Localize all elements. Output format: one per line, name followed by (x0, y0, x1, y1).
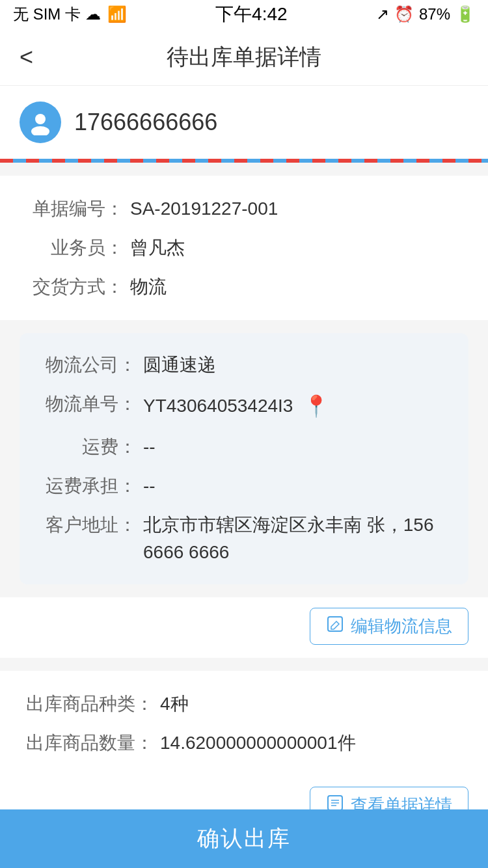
user-phone: 17666666666 (74, 109, 217, 136)
alarm-icon: ⏰ (394, 5, 414, 23)
address-label: 客户地址： (39, 511, 143, 539)
goods-types-row: 出库商品种类： 4种 (26, 690, 462, 718)
confirm-btn-label: 确认出库 (197, 824, 291, 854)
user-card: 17666666666 (0, 86, 488, 159)
goods-quantity-value: 14.620000000000001件 (160, 729, 462, 757)
sim-status: 无 SIM 卡 ☁ (13, 4, 101, 25)
back-button[interactable]: < (20, 44, 59, 71)
address-row: 客户地址： 北京市市辖区海淀区永丰南 张，156 6666 6666 (39, 511, 449, 566)
freight-bearer-row: 运费承担： -- (39, 472, 449, 500)
battery-icon: 🔋 (455, 5, 475, 23)
goods-types-label: 出库商品种类： (26, 690, 160, 718)
edit-btn-label: 编辑物流信息 (351, 615, 452, 638)
goods-types-value: 4种 (160, 690, 462, 718)
order-no-value: SA-20191227-001 (130, 195, 462, 223)
page-title: 待出库单据详情 (59, 42, 429, 72)
dashed-divider (0, 159, 488, 163)
status-left: 无 SIM 卡 ☁ 📶 (13, 4, 127, 25)
salesman-value: 曾凡杰 (130, 234, 462, 262)
company-value: 圆通速递 (143, 351, 449, 379)
logistics-section: 物流公司： 圆通速递 物流单号： YT43064053424I3 📍 运费： -… (20, 333, 468, 584)
address-value: 北京市市辖区海淀区永丰南 张，156 6666 6666 (143, 511, 449, 566)
nav-bar: < 待出库单据详情 (0, 29, 488, 86)
battery-level: 87% (419, 5, 450, 23)
map-pin-icon[interactable]: 📍 (303, 390, 329, 422)
company-label: 物流公司： (39, 351, 143, 379)
goods-quantity-label: 出库商品数量： (26, 729, 160, 757)
edit-btn-row: 编辑物流信息 (0, 597, 488, 658)
freight-bearer-label: 运费承担： (39, 472, 143, 500)
svg-point-0 (35, 114, 46, 124)
order-no-row: 单据编号： SA-20191227-001 (26, 195, 462, 223)
status-time: 下午4:42 (215, 2, 288, 27)
edit-icon (326, 615, 344, 638)
status-right: ↗ ⏰ 87% 🔋 (376, 5, 475, 23)
salesman-label: 业务员： (26, 234, 130, 262)
basic-info-section: 单据编号： SA-20191227-001 业务员： 曾凡杰 交货方式： 物流 (0, 176, 488, 320)
svg-rect-2 (328, 617, 342, 631)
status-bar: 无 SIM 卡 ☁ 📶 下午4:42 ↗ ⏰ 87% 🔋 (0, 0, 488, 29)
delivery-value: 物流 (130, 273, 462, 301)
delivery-row: 交货方式： 物流 (26, 273, 462, 301)
edit-logistics-button[interactable]: 编辑物流信息 (310, 608, 468, 645)
svg-point-1 (31, 126, 49, 135)
tracking-label: 物流单号： (39, 390, 143, 418)
freight-value: -- (143, 433, 449, 461)
confirm-button-bar[interactable]: 确认出库 (0, 809, 488, 868)
section-gap-1 (0, 658, 488, 671)
tracking-number: YT43064053424I3 (143, 392, 293, 420)
goods-quantity-row: 出库商品数量： 14.620000000000001件 (26, 729, 462, 757)
tracking-value: YT43064053424I3 📍 (143, 390, 449, 422)
delivery-label: 交货方式： (26, 273, 130, 301)
tracking-row: 物流单号： YT43064053424I3 📍 (39, 390, 449, 422)
freight-row: 运费： -- (39, 433, 449, 461)
avatar (20, 102, 61, 143)
order-no-label: 单据编号： (26, 195, 130, 223)
wifi-icon: 📶 (107, 5, 127, 23)
location-status-icon: ↗ (376, 5, 389, 23)
freight-bearer-value: -- (143, 472, 449, 500)
freight-label: 运费： (39, 433, 143, 461)
salesman-row: 业务员： 曾凡杰 (26, 234, 462, 262)
company-row: 物流公司： 圆通速递 (39, 351, 449, 379)
goods-section: 出库商品种类： 4种 出库商品数量： 14.620000000000001件 (0, 671, 488, 776)
